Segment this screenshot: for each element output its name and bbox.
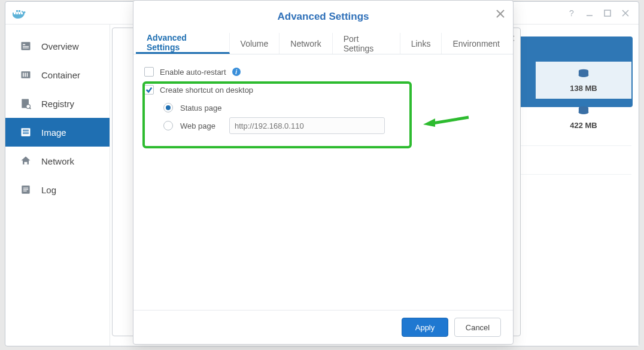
tab-advanced-settings[interactable]: Advanced Settings [136, 33, 230, 54]
svg-rect-7 [23, 48, 29, 48]
image-size-value: 138 MB [570, 84, 597, 93]
tab-links[interactable]: Links [400, 33, 442, 54]
sidebar: Overview Container Registry Image Networ… [5, 25, 110, 346]
web-page-radio[interactable] [163, 121, 173, 130]
web-page-label: Web page [180, 121, 222, 130]
svg-rect-9 [23, 73, 24, 77]
svg-rect-11 [27, 73, 28, 77]
sidebar-item-overview[interactable]: Overview [5, 32, 110, 60]
help-icon[interactable]: ? [564, 6, 579, 20]
tab-label: Volume [241, 39, 269, 48]
status-page-radio[interactable] [163, 103, 173, 112]
registry-icon [20, 98, 32, 109]
sidebar-item-log[interactable]: Log [5, 175, 110, 204]
auto-restart-checkbox[interactable] [144, 67, 154, 77]
sidebar-item-label: Network [41, 156, 74, 166]
sidebar-item-label: Overview [41, 41, 79, 51]
close-window-icon[interactable] [618, 6, 633, 20]
web-page-url-input[interactable] [229, 117, 385, 134]
sidebar-item-registry[interactable]: Registry [5, 89, 110, 118]
svg-rect-18 [23, 133, 29, 134]
auto-restart-label: Enable auto-restart [160, 68, 226, 77]
svg-rect-6 [23, 46, 29, 47]
auto-restart-row: Enable auto-restart i [144, 63, 502, 81]
svg-rect-16 [23, 130, 29, 131]
svg-rect-19 [25, 162, 28, 165]
sidebar-item-image[interactable]: Image [5, 118, 110, 147]
svg-line-30 [433, 117, 469, 123]
sidebar-item-label: Image [41, 127, 66, 138]
image-size-card[interactable]: 138 MB [536, 62, 631, 99]
status-page-label: Status page [180, 104, 221, 112]
dialog-body: Enable auto-restart i Create shortcut on… [133, 54, 513, 310]
tab-environment[interactable]: Environment [442, 33, 511, 54]
tab-network[interactable]: Network [280, 33, 332, 54]
maximize-icon[interactable] [600, 6, 615, 20]
sidebar-item-label: Container [41, 70, 80, 80]
svg-marker-31 [423, 118, 435, 127]
info-icon[interactable]: i [232, 68, 241, 76]
sidebar-item-label: Log [41, 185, 56, 195]
tab-volume[interactable]: Volume [230, 33, 280, 54]
annotation-arrow-icon [422, 111, 470, 132]
close-icon[interactable] [496, 9, 505, 21]
network-icon [20, 155, 32, 167]
image-icon [20, 126, 32, 138]
overview-icon [20, 40, 32, 52]
docker-logo-icon [11, 6, 26, 20]
tab-label: Port Settings [344, 34, 389, 53]
dialog-tabs: Advanced Settings Volume Network Port Se… [133, 33, 513, 54]
advanced-settings-dialog: Advanced Settings Advanced Settings Volu… [133, 0, 514, 345]
sidebar-item-label: Registry [41, 99, 74, 109]
svg-line-14 [29, 108, 31, 109]
tab-label: Environment [452, 39, 500, 48]
disk-icon [577, 105, 590, 118]
svg-rect-5 [23, 44, 25, 45]
button-label: Cancel [466, 323, 490, 332]
disk-icon [577, 68, 590, 81]
minimize-icon[interactable] [582, 6, 597, 20]
sidebar-item-container[interactable]: Container [5, 60, 110, 89]
sidebar-item-network[interactable]: Network [5, 147, 110, 175]
cancel-button[interactable]: Cancel [454, 318, 501, 337]
image-size-value: 422 MB [570, 121, 597, 130]
image-size-card[interactable]: 422 MB [536, 99, 631, 136]
tab-label: Advanced Settings [147, 33, 218, 52]
button-label: Apply [415, 323, 435, 332]
svg-rect-1 [604, 10, 610, 16]
tab-label: Links [411, 39, 431, 48]
dialog-footer: Apply Cancel [133, 310, 513, 344]
create-shortcut-row: Create shortcut on desktop [144, 81, 502, 99]
apply-button[interactable]: Apply [402, 318, 448, 337]
dialog-title: Advanced Settings [133, 1, 513, 33]
container-icon [20, 69, 32, 81]
image-size-panel: 138 MB 422 MB [536, 62, 631, 136]
svg-rect-21 [23, 188, 28, 188]
create-shortcut-checkbox[interactable] [144, 85, 154, 95]
log-icon [20, 184, 32, 196]
svg-rect-10 [25, 73, 26, 77]
tab-port-settings[interactable]: Port Settings [333, 33, 400, 54]
create-shortcut-label: Create shortcut on desktop [160, 86, 253, 95]
svg-rect-17 [23, 132, 29, 132]
svg-rect-22 [23, 189, 28, 190]
tab-label: Network [290, 39, 321, 48]
dialog-title-text: Advanced Settings [277, 11, 369, 23]
svg-rect-23 [23, 191, 27, 191]
